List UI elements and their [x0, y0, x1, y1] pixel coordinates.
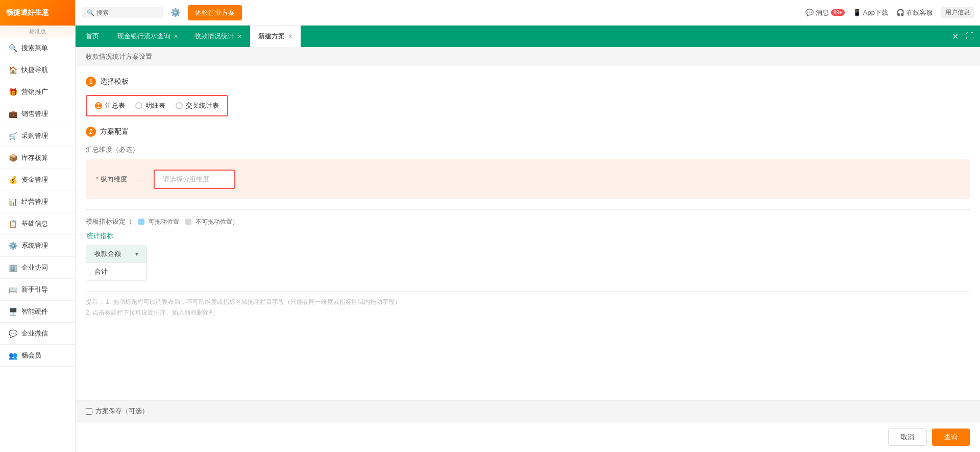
sidebar-item-label: 畅会员 [21, 351, 41, 360]
draggable-legend: 可拖动位置 [138, 218, 179, 226]
top-header: 🔍 ⚙️ 体验行业方案 💬 消息 99+ 📱 App下载 🎧 在线客服 用户信息 [76, 0, 980, 26]
tab-stats[interactable]: 收款情况统计 ✕ [186, 26, 250, 47]
tab-bank[interactable]: 现金银行流水查询 ✕ [109, 26, 186, 47]
sidebar-item-guide[interactable]: 📖 新手引导 [0, 279, 75, 301]
search-bar[interactable]: 🔍 [82, 7, 163, 18]
save-checkbox-input[interactable] [86, 408, 92, 415]
download-button[interactable]: 📱 App下载 [853, 8, 888, 17]
marketing-icon: 🎁 [8, 87, 17, 97]
breadcrumb-text: 收款情况统计方案设置 [86, 53, 152, 60]
sidebar-item-operations[interactable]: 📊 经营管理 [0, 191, 75, 213]
settings-button[interactable]: ⚙️ [167, 5, 184, 21]
radio-cross-label: 交叉统计表 [186, 101, 219, 110]
tabbar: 首页 现金银行流水查询 ✕ 收款情况统计 ✕ 新建方案 ✕ ✕ ⛶ [76, 26, 980, 47]
step2-section: 2 方案配置 汇总维度（必选） * 纵向维度 —— 请选择分组维度 [86, 127, 970, 325]
cancel-button[interactable]: 取消 [888, 429, 927, 446]
sidebar-item-finance[interactable]: 💰 资金管理 [0, 169, 75, 191]
download-label: App下载 [863, 8, 888, 17]
sidebar-item-sales[interactable]: 💼 销售管理 [0, 103, 75, 125]
step2-num: 2 [86, 127, 96, 137]
message-button[interactable]: 💬 消息 99+ [805, 8, 845, 17]
dim-select-dropdown[interactable]: 请选择分组维度 [154, 170, 235, 189]
sidebar-item-inventory[interactable]: 📦 库存核算 [0, 147, 75, 169]
home-icon: 🏠 [8, 65, 17, 75]
save-option[interactable]: 方案保存（可选） [86, 407, 149, 416]
page-footer: 方案保存（可选） [76, 400, 980, 422]
tab-bank-close[interactable]: ✕ [174, 33, 178, 40]
main-area: 🔍 ⚙️ 体验行业方案 💬 消息 99+ 📱 App下载 🎧 在线客服 用户信息 [76, 0, 980, 452]
vertical-dim-label: * 纵向维度 [96, 175, 127, 184]
tab-stats-close[interactable]: ✕ [237, 33, 242, 40]
tab-new-plan[interactable]: 新建方案 ✕ [250, 26, 301, 47]
sidebar-item-hardware[interactable]: 🖥️ 智能硬件 [0, 301, 75, 323]
user-info[interactable]: 用户信息 [941, 7, 974, 18]
sidebar-item-purchase[interactable]: 🛒 采购管理 [0, 125, 75, 147]
guide-icon: 📖 [8, 285, 17, 294]
radio-summary[interactable]: 汇总表 [95, 101, 125, 110]
radio-cross[interactable]: 交叉统计表 [176, 101, 219, 110]
industry-button[interactable]: 体验行业方案 [188, 5, 242, 20]
sidebar-item-enterprise[interactable]: 🏢 企业协同 [0, 257, 75, 279]
download-icon: 📱 [853, 9, 861, 16]
basic-icon: 📋 [8, 219, 17, 228]
sidebar-item-label: 营销推广 [21, 87, 48, 97]
step2-label: 方案配置 [100, 127, 129, 136]
service-label: 在线客服 [906, 8, 933, 17]
sidebar-item-label: 新手引导 [21, 285, 48, 294]
sidebar-item-label: 库存核算 [21, 153, 48, 162]
metrics-section: 模板指标设定（ 可拖动位置 不可拖动位置） 统计指标 收款 [86, 209, 970, 281]
dimension-area: * 纵向维度 —— 请选择分组维度 [86, 159, 970, 199]
message-label: 消息 [816, 8, 829, 17]
tab-home[interactable]: 首页 [76, 26, 109, 47]
tab-close-all-button[interactable]: ✕ [950, 30, 961, 43]
radio-summary-label: 汇总表 [105, 101, 125, 110]
draggable-tag [138, 219, 144, 225]
page-body: 1 选择模板 汇总表 明细表 [76, 66, 980, 400]
enterprise-icon: 🏢 [8, 263, 17, 272]
tab-new-plan-close[interactable]: ✕ [288, 33, 292, 40]
dimension-row: * 纵向维度 —— 请选择分组维度 [96, 170, 960, 189]
sidebar-item-marketing[interactable]: 🎁 营销推广 [0, 81, 75, 103]
inventory-icon: 📦 [8, 153, 17, 162]
metrics-dropdown-arrow[interactable]: ▾ [135, 251, 138, 257]
metrics-header: 模板指标设定（ 可拖动位置 不可拖动位置） [86, 217, 970, 226]
radio-cross-circle[interactable] [176, 102, 183, 109]
action-bar: 取消 查询 [76, 422, 980, 452]
radio-detail-circle[interactable] [135, 102, 142, 109]
query-button[interactable]: 查询 [932, 429, 970, 446]
sidebar-item-wechat[interactable]: 💬 企业微信 [0, 323, 75, 345]
metrics-table-row: 合计 [86, 263, 146, 280]
tab-bank-label: 现金银行流水查询 [117, 32, 170, 41]
metrics-section-title: 统计指标 [86, 231, 970, 241]
sidebar-item-basic[interactable]: 📋 基础信息 [0, 213, 75, 235]
radio-detail[interactable]: 明细表 [135, 101, 165, 110]
wechat-icon: 💬 [8, 329, 17, 338]
tab-maximize-button[interactable]: ⛶ [964, 30, 976, 43]
search-icon: 🔍 [87, 9, 94, 16]
search-input[interactable] [96, 9, 158, 16]
sidebar-item-label: 基础信息 [21, 219, 48, 228]
non-draggable-tag [185, 219, 191, 225]
metrics-col-header-text: 收款金额 [94, 249, 121, 258]
sales-icon: 💼 [8, 109, 17, 118]
metrics-table-header[interactable]: 收款金额 ▾ [86, 245, 146, 263]
sidebar-item-label: 快捷导航 [21, 65, 48, 75]
logo-sub: 标准版 [0, 26, 75, 37]
sidebar-item-search[interactable]: 🔍 搜索菜单 [0, 37, 75, 59]
tips-area: 提示： 1. 拖动标题栏可以调整布局，不可跨维度或指标区域拖动栏目字段（只能在同… [86, 291, 970, 325]
radio-summary-circle[interactable] [95, 102, 102, 109]
draggable-text: 可拖动位置 [149, 218, 179, 226]
search-icon: 🔍 [8, 43, 17, 53]
sidebar-item-member[interactable]: 👥 畅会员 [0, 345, 75, 367]
tip-2: 2. 点击标题栏下拉可设置排序、插入列和删除列 [86, 308, 970, 317]
service-button[interactable]: 🎧 在线客服 [896, 8, 933, 17]
sidebar-item-label: 企业微信 [21, 329, 48, 338]
step1-num: 1 [86, 77, 96, 87]
header-right: 💬 消息 99+ 📱 App下载 🎧 在线客服 用户信息 [805, 7, 974, 18]
tab-home-label: 首页 [86, 32, 99, 41]
non-draggable-text: 不可拖动位置） [195, 218, 238, 226]
sidebar-item-system[interactable]: ⚙️ 系统管理 [0, 235, 75, 257]
non-draggable-legend: 不可拖动位置） [185, 218, 238, 226]
sidebar-item-quicknav[interactable]: 🏠 快捷导航 [0, 59, 75, 81]
message-badge: 99+ [831, 9, 845, 16]
